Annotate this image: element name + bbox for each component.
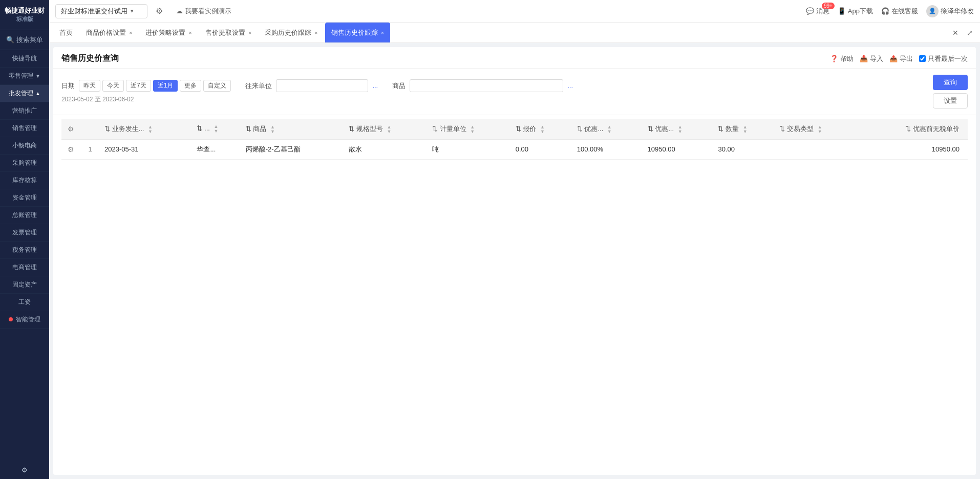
settings-icon: ⚙ [22, 466, 28, 474]
th-discount2[interactable]: ⇅ 优惠... ▲▼ [644, 119, 714, 139]
window-controls: ✕ ⤢ [949, 27, 980, 39]
row-pretax-price: 10950.00 [859, 139, 968, 159]
sidebar-item-payroll[interactable]: 工资 [0, 294, 49, 311]
sidebar-item-wholesale[interactable]: 批发管理 ▲ [0, 85, 49, 102]
sort-arrows-icon: ▲▼ [148, 125, 153, 134]
tab-price-extract[interactable]: 售价提取设置 × [199, 23, 258, 42]
tab-purchase-strategy[interactable]: 进价策略设置 × [139, 23, 198, 42]
th-discount1[interactable]: ⇅ 优惠... ▲▼ [573, 119, 644, 139]
product-filter-label: 商品 [392, 81, 406, 91]
th-unit[interactable]: ⇅ 计量单位 ▲▼ [428, 119, 512, 139]
sidebar-item-assets[interactable]: 固定资产 [0, 276, 49, 294]
close-icon[interactable]: × [248, 30, 251, 36]
sidebar-item-smart[interactable]: 智能管理 [0, 311, 49, 329]
app-selector[interactable]: 好业财标准版交付试用 ▾ [55, 4, 147, 18]
sidebar-item-quick-nav[interactable]: 快捷导航 [0, 50, 49, 68]
sort-arrows-icon: ▲▼ [387, 125, 392, 134]
close-window-btn[interactable]: ✕ [949, 27, 962, 39]
app-settings-btn[interactable]: ⚙ [152, 4, 167, 18]
page-header-actions: ❓ 帮助 📥 导入 📤 导出 只看最后一次 [830, 54, 968, 63]
sort-icon: ⇅ [432, 125, 438, 133]
tab-purchase-history[interactable]: 采购历史价跟踪 × [259, 23, 324, 42]
date-btn-last1month[interactable]: 近1月 [153, 80, 178, 92]
date-btn-today[interactable]: 今天 [102, 80, 124, 92]
sort-icon: ⇅ [718, 125, 723, 133]
sidebar-item-purchase[interactable]: 采购管理 [0, 155, 49, 172]
close-icon[interactable]: × [129, 30, 132, 36]
supplier-filter-label: 往来单位 [245, 81, 272, 91]
page-area: 销售历史价查询 ❓ 帮助 📥 导入 📤 导出 只看最后一次 [53, 47, 976, 475]
sidebar-item-finance[interactable]: 资金管理 [0, 189, 49, 207]
main-content: 好业财标准版交付试用 ▾ ⚙ ☁ 我要看实例演示 💬 消息 99+ 📱 App下… [49, 0, 980, 479]
table-settings-icon[interactable]: ⚙ [68, 125, 74, 133]
th-product[interactable]: ⇅ 商品 ▲▼ [242, 119, 345, 139]
import-btn[interactable]: 📥 导入 [860, 54, 883, 63]
page-title: 销售历史价查询 [61, 53, 119, 64]
settings-btn[interactable]: 设置 [933, 93, 968, 108]
sidebar-item-label: 智能管理 [16, 316, 40, 323]
search-label: 搜索菜单 [16, 36, 43, 43]
sort-icon: ⇅ [577, 125, 583, 133]
sidebar-settings-btn[interactable]: ⚙ [0, 461, 49, 479]
date-btn-yesterday[interactable]: 昨天 [79, 80, 100, 92]
supplier-more-btn[interactable]: ... [372, 82, 378, 90]
sort-icon: ⇅ [779, 125, 785, 133]
sidebar-search[interactable]: 🔍 搜索菜单 [0, 30, 49, 50]
row-spec: 散水 [345, 139, 428, 159]
th-pretax-price[interactable]: ⇅ 优惠前无税单价 [859, 119, 968, 139]
row-index: 1 [80, 139, 100, 159]
th-trans-type[interactable]: ⇅ 交易类型 ▲▼ [775, 119, 859, 139]
sidebar-logo: 畅捷通好业财 标准版 [0, 0, 49, 30]
message-btn[interactable]: 💬 消息 99+ [806, 7, 829, 16]
sidebar-item-marketing[interactable]: 营销推广 [0, 102, 49, 120]
sidebar-item-accounting[interactable]: 总账管理 [0, 207, 49, 224]
sidebar-item-sales[interactable]: 销售管理 [0, 120, 49, 137]
user-menu-btn[interactable]: 👤 徐泽华修改 [926, 5, 974, 17]
th-biz-date[interactable]: ⇅ 业务发生... ▲▼ [100, 119, 193, 139]
demo-btn[interactable]: ☁ 我要看实例演示 [171, 5, 237, 18]
supplier-input[interactable] [276, 79, 368, 92]
tab-sales-history[interactable]: 销售历史价跟踪 × [325, 23, 390, 42]
th-price[interactable]: ⇅ 报价 ▲▼ [512, 119, 573, 139]
sidebar-item-ecommerce-small[interactable]: 小畅电商 [0, 137, 49, 155]
import-icon: 📥 [860, 55, 868, 62]
sidebar-item-inventory[interactable]: 库存核算 [0, 172, 49, 189]
query-btn[interactable]: 查询 [933, 75, 968, 90]
date-btn-last7[interactable]: 近7天 [126, 80, 151, 92]
close-icon[interactable]: × [381, 30, 384, 36]
th-spec[interactable]: ⇅ 规格型号 ▲▼ [345, 119, 428, 139]
close-icon[interactable]: × [314, 30, 317, 36]
th-more[interactable]: ⇅ ... ▲▼ [193, 119, 241, 139]
sidebar-item-tax[interactable]: 税务管理 [0, 242, 49, 259]
online-service-btn[interactable]: 🎧 在线客服 [881, 7, 918, 16]
sidebar-item-invoice[interactable]: 发票管理 [0, 224, 49, 242]
th-gear: ⚙ [61, 119, 80, 139]
product-input[interactable] [410, 79, 563, 92]
export-btn[interactable]: 📤 导出 [889, 54, 913, 63]
row-gear-icon[interactable]: ⚙ [68, 145, 74, 154]
download-icon: 📱 [838, 7, 846, 15]
date-btn-custom[interactable]: 自定义 [203, 80, 231, 92]
sidebar-item-label: 销售管理 [12, 124, 37, 132]
app-download-btn[interactable]: 📱 App下载 [838, 7, 873, 16]
close-icon[interactable]: × [188, 30, 191, 36]
maximize-window-btn[interactable]: ⤢ [964, 27, 976, 39]
product-more-btn[interactable]: ... [567, 82, 573, 90]
sort-arrows-icon: ▲▼ [743, 125, 748, 134]
last-only-checkbox[interactable] [919, 55, 926, 62]
tab-price[interactable]: 商品价格设置 × [80, 23, 138, 42]
sidebar-item-ecommerce[interactable]: 电商管理 [0, 259, 49, 276]
sidebar-item-retail[interactable]: 零售管理 ▼ [0, 68, 49, 85]
tab-label: 商品价格设置 [86, 28, 126, 37]
help-btn[interactable]: ❓ 帮助 [830, 54, 854, 63]
th-quantity[interactable]: ⇅ 数量 ▲▼ [714, 119, 775, 139]
last-only-checkbox-label[interactable]: 只看最后一次 [919, 54, 968, 63]
tab-label: 进价策略设置 [145, 28, 185, 37]
tab-home[interactable]: 首页 [53, 23, 79, 42]
sort-icon: ⇅ [648, 125, 653, 133]
row-biz-date: 2023-05-31 [100, 139, 193, 159]
date-btn-more[interactable]: 更多 [180, 80, 201, 92]
expand-icon: ▲ [35, 91, 40, 96]
table-header-row: ⚙ ⇅ 业务发生... ▲▼ ⇅ ... ▲▼ [61, 119, 968, 139]
avatar: 👤 [926, 5, 939, 17]
